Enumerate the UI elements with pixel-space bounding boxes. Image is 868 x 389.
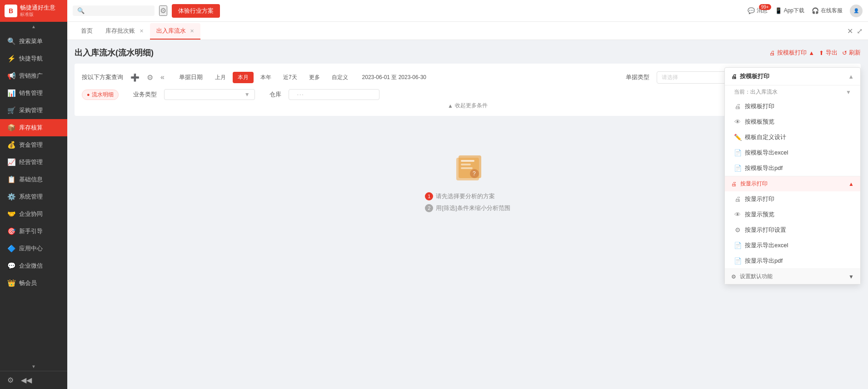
page-content: 出入库流水(流水明细) 🖨 按模板打印 ▲ ⬆ 导出 ↺ 刷新: [67, 40, 868, 389]
tab-flow-close[interactable]: ✕: [190, 28, 194, 34]
topbar-gear-button[interactable]: ⚙: [159, 5, 167, 16]
sidebar-nav: 🔍 搜索菜单 ⚡ 快捷导航 📢 营销推广 📊 销售管理 🛒 采购管理 📦 库存核…: [0, 31, 67, 362]
sidebar-item-quick-nav[interactable]: ⚡ 快捷导航: [0, 50, 67, 67]
money-icon: 💰: [7, 141, 15, 149]
page-actions: 🖨 按模板打印 ▲ ⬆ 导出 ↺ 刷新: [769, 49, 861, 57]
dropdown-title: 🖨 按模板打印: [731, 72, 769, 80]
sidebar-item-finance[interactable]: 💰 资金管理: [0, 136, 67, 154]
main-area: 🔍 ⚙ 体验行业方案 💬 消息 99+ 📱 App下载 🎧 在线客服 👤: [67, 0, 868, 389]
tip-num-1: 1: [425, 192, 433, 200]
filter-setting-btn[interactable]: ⚙: [147, 73, 153, 82]
refresh-btn[interactable]: ↺ 刷新: [842, 49, 861, 57]
sidebar-item-purchase[interactable]: 🛒 采购管理: [0, 102, 67, 119]
tab-batch[interactable]: 库存批次账 ✕: [99, 23, 150, 40]
message-btn[interactable]: 💬 消息 99+: [748, 7, 768, 15]
avatar-text: 👤: [853, 8, 859, 13]
biz-type-label: 业务类型: [133, 90, 157, 99]
app-download-label: App下载: [784, 7, 804, 15]
template-preview-item[interactable]: 👁 按模板预览: [725, 114, 860, 130]
sidebar-item-operations[interactable]: 📈 经营管理: [0, 154, 67, 171]
default-setting-section-header[interactable]: ⚙ 设置默认功能 ▼: [725, 269, 860, 284]
display-print-setting-item[interactable]: ⚙ 按显示打印设置: [725, 222, 860, 238]
filter-add-btn[interactable]: ➕: [130, 73, 140, 82]
tab-batch-close[interactable]: ✕: [140, 28, 144, 34]
date-filter-label: 单据日期: [179, 73, 203, 81]
preview-icon: 👁: [734, 118, 741, 125]
printer-item-icon: 🖨: [734, 103, 741, 110]
sidebar-item-system[interactable]: ⚙️ 系统管理: [0, 188, 67, 205]
date-filter-tabs: 上月 本月 本年 近7天 更多 自定义: [210, 72, 353, 83]
sidebar-item-inventory[interactable]: 📦 库存核算: [0, 119, 67, 136]
sidebar-item-sales[interactable]: 📊 销售管理: [0, 85, 67, 102]
window-maximize-btn[interactable]: ⤢: [857, 26, 863, 35]
template-export-pdf-item[interactable]: 📄 按模板导出pdf: [725, 160, 860, 176]
headset-icon: 🎧: [812, 7, 819, 14]
gear-icon: ⚙️: [7, 193, 15, 201]
sidebar-item-basic[interactable]: 📋 基础信息: [0, 171, 67, 188]
filter-tag-flow[interactable]: ● 流水明细: [82, 90, 119, 100]
sidebar-item-search[interactable]: 🔍 搜索菜单: [0, 33, 67, 50]
date-tab-more[interactable]: 更多: [304, 72, 325, 83]
chevron-up-icon: ▲: [448, 103, 453, 109]
sidebar-scroll-up[interactable]: ▲: [0, 22, 67, 31]
template-export-excel-item[interactable]: 📄 按模板导出excel: [725, 145, 860, 160]
empty-illustration: ?: [449, 149, 486, 185]
display-export-pdf-item[interactable]: 📄 按显示导出pdf: [725, 253, 860, 269]
date-tab-this-year[interactable]: 本年: [255, 72, 276, 83]
printer-icon: 🖨: [769, 50, 775, 56]
date-tab-7days[interactable]: 近7天: [278, 72, 302, 83]
display-print-item[interactable]: 🖨 按显示打印: [725, 191, 860, 207]
handshake-icon: 🤝: [7, 210, 15, 218]
sidebar-item-marketing[interactable]: 📢 营销推广: [0, 67, 67, 85]
collapse-sidebar-icon[interactable]: ◀◀: [21, 376, 32, 384]
template-print-item[interactable]: 🖨 按模板打印: [725, 99, 860, 114]
biz-type-chevron-icon: ▼: [244, 91, 250, 98]
date-tab-custom[interactable]: 自定义: [327, 72, 353, 83]
search-icon: 🔍: [77, 7, 85, 14]
sidebar-item-collab[interactable]: 🤝 企业协同: [0, 205, 67, 223]
chart-icon: 📊: [7, 89, 15, 97]
biz-type-select[interactable]: ▼: [164, 89, 255, 100]
display-export-excel-item[interactable]: 📄 按显示导出excel: [725, 238, 860, 253]
dropdown-collapse-icon[interactable]: ▲: [848, 73, 854, 80]
print-template-btn[interactable]: 🖨 按模板打印 ▲: [769, 49, 814, 57]
date-tab-last-month[interactable]: 上月: [210, 72, 231, 83]
sidebar-item-guide[interactable]: 🎯 新手引导: [0, 223, 67, 240]
tab-bar: 首页 库存批次账 ✕ 出入库流水 ✕ ✕ ⤢: [67, 22, 868, 40]
sidebar-scroll-down[interactable]: ▼: [0, 362, 67, 371]
display-print-section-header: 🖨 按显示打印 ▲: [725, 176, 860, 191]
window-close-btn[interactable]: ✕: [847, 26, 853, 35]
svg-rect-2: [461, 160, 474, 162]
dropdown-header: 🖨 按模板打印 ▲: [725, 68, 860, 85]
target-icon: 🎯: [7, 227, 15, 235]
topbar: 🔍 ⚙ 体验行业方案 💬 消息 99+ 📱 App下载 🎧 在线客服 👤: [67, 0, 868, 22]
template-custom-item[interactable]: ✏️ 模板自定义设计: [725, 130, 860, 145]
tab-flow[interactable]: 出入库流水 ✕: [150, 23, 201, 40]
topbar-right: 💬 消息 99+ 📱 App下载 🎧 在线客服 👤: [748, 5, 863, 17]
crown-icon: 👑: [7, 279, 15, 287]
section-collapse-icon[interactable]: ▲: [848, 181, 854, 187]
display-settings-icon: ⚙: [734, 226, 741, 234]
sidebar-item-wecom[interactable]: 💬 企业微信: [0, 257, 67, 274]
tab-home[interactable]: 首页: [75, 23, 99, 40]
chevron-up-icon: ▲: [808, 50, 814, 56]
message-icon: 💬: [748, 7, 755, 14]
search-input[interactable]: [86, 8, 150, 14]
sidebar-item-member[interactable]: 👑 畅会员: [0, 274, 67, 292]
trial-btn[interactable]: 体验行业方案: [172, 4, 220, 18]
topbar-search-box[interactable]: 🔍: [73, 5, 155, 16]
message-badge: 99+: [759, 4, 771, 10]
box-icon: 📦: [7, 124, 15, 132]
export-btn[interactable]: ⬆ 导出: [819, 49, 838, 57]
online-service-btn[interactable]: 🎧 在线客服: [812, 7, 843, 15]
sidebar-item-appstore[interactable]: 🔷 应用中心: [0, 240, 67, 257]
display-preview-item[interactable]: 👁 按显示预览: [725, 207, 860, 222]
filter-collapse-left-btn[interactable]: «: [160, 73, 165, 81]
date-tab-this-month[interactable]: 本月: [233, 72, 254, 83]
printer-header-icon: 🖨: [731, 73, 737, 80]
user-avatar[interactable]: 👤: [850, 5, 863, 17]
settings-icon[interactable]: ⚙: [7, 376, 14, 384]
app-download-btn[interactable]: 📱 App下载: [775, 7, 804, 15]
filter-label: 按以下方案查询: [82, 73, 123, 81]
warehouse-select[interactable]: ···: [289, 89, 379, 100]
